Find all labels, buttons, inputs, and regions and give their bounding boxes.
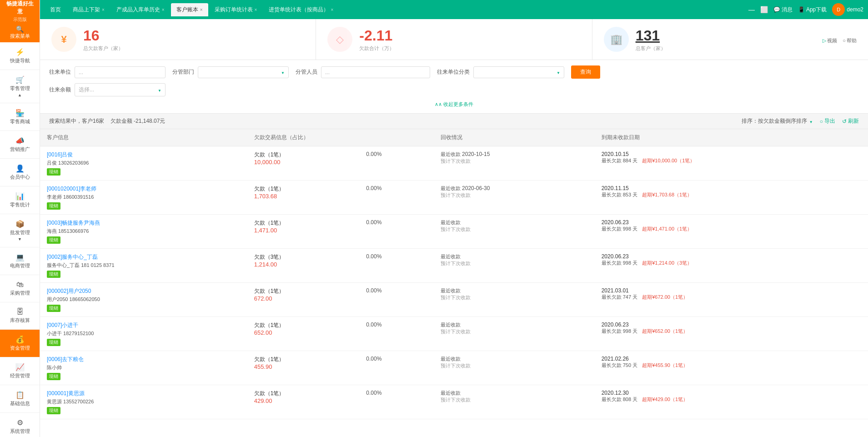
debt-amount[interactable]: 455.90 — [254, 363, 353, 370]
balance-select[interactable]: 选择... — [75, 83, 166, 96]
export-btn[interactable]: ○ 导出 — [820, 117, 835, 125]
overdue-amount-link[interactable]: 超期¥652.00（1笔） — [642, 328, 688, 334]
debt-customers-label: 总欠款客户（家） — [83, 45, 123, 52]
from-unit-input[interactable]: ... — [75, 66, 166, 78]
tab-close-production-history[interactable]: × — [162, 7, 165, 12]
next-payment: 预计下次收款 — [441, 397, 588, 403]
query-button[interactable]: 查询 — [571, 65, 600, 79]
customer-phone: 黄思源 13552700226 — [47, 398, 241, 405]
due-date: 2020.06.23 — [602, 219, 861, 226]
sidebar-item-search-menu[interactable]: 🔍 搜索菜单 — [0, 23, 40, 42]
overdue-amount-link[interactable]: 超期¥429.00（1笔） — [642, 397, 688, 402]
sidebar-item-retail-mall[interactable]: 🏪 零售商城 — [0, 103, 40, 131]
sidebar-item-member-center[interactable]: 👤 会员中心 — [0, 159, 40, 186]
overdue-amount-link[interactable]: 超期¥1,214.00（3笔） — [642, 260, 692, 266]
customer-name-link[interactable]: [0001020001]李老师 — [47, 186, 96, 192]
sidebar-item-marketing[interactable]: 📣 营销推广 — [0, 131, 40, 159]
sidebar-item-capital-mgmt[interactable]: 💰 资金管理 — [0, 330, 40, 357]
sidebar-item-business-mgmt[interactable]: 📈 经营管理 — [0, 357, 40, 385]
collapse-btn[interactable]: ∧∧ 收起更多条件 — [49, 101, 859, 108]
sidebar-item-retail-mgmt[interactable]: 🛒 零售管理 ▲ — [0, 70, 40, 103]
customer-name-link[interactable]: [0007]小进干 — [47, 322, 78, 328]
next-payment: 预计下次收款 — [441, 328, 588, 335]
sidebar-item-ecommerce[interactable]: 💻 电商管理 — [0, 247, 40, 275]
overdue-amount-link[interactable]: 超期¥672.00（1笔） — [642, 294, 688, 300]
debt-desc: 欠款（1笔） — [254, 287, 353, 295]
sort-chevron-icon[interactable] — [809, 118, 813, 125]
tab-purchase-order[interactable]: 采购订单统计表 × — [209, 3, 263, 16]
debt-percent: 0.00% — [366, 219, 381, 226]
video-icon: ▷ — [823, 38, 826, 44]
overdue-amount-link[interactable]: 超期¥455.90（1笔） — [642, 362, 688, 368]
debt-percent: 0.00% — [366, 151, 381, 157]
customer-name-link[interactable]: [000002]用户2050 — [47, 288, 91, 294]
overdue-amount-link[interactable]: 超期¥10,000.00（1笔） — [642, 158, 695, 163]
message-btn[interactable]: 💬 消息 — [773, 6, 793, 14]
debt-info-cell: 欠款（3笔） 1,214.00 — [247, 249, 360, 283]
sidebar-item-system-mgmt[interactable]: ⚙ 系统管理 — [0, 413, 40, 437]
app-download-btn[interactable]: 📱 App下载 — [798, 6, 827, 14]
debt-amount-icon: ◇ — [327, 27, 352, 52]
filter-balance: 往来余额 选择... — [49, 83, 166, 96]
debt-percent: 0.00% — [366, 390, 381, 396]
overdue-amount-link[interactable]: 超期¥1,471.00（1笔） — [642, 226, 692, 231]
recovery-cell: 最近收款 预计下次收款 — [434, 351, 595, 385]
video-help-btn[interactable]: ▷ 视频 — [823, 37, 837, 44]
debt-amount[interactable]: 652.00 — [254, 329, 353, 336]
unit-category-select[interactable] — [473, 66, 564, 78]
sidebar-item-purchase-mgmt[interactable]: 🛍 采购管理 — [0, 275, 40, 302]
recent-date: 2020-10-15 — [462, 151, 490, 157]
debt-amount[interactable]: 1,214.00 — [254, 261, 353, 268]
customer-phone: 李老师 18600391516 — [47, 194, 241, 201]
tab-close-stock-stats[interactable]: × — [331, 7, 333, 12]
tab-close-customer-account[interactable]: × — [200, 7, 203, 12]
total-customers-number: 131 — [636, 27, 666, 44]
debt-amount[interactable]: 672.00 — [254, 295, 353, 302]
unit-category-chevron-icon — [557, 69, 560, 75]
recovery-cell: 最近收款 预计下次收款 — [434, 215, 595, 249]
user-avatar[interactable]: D demo2 — [832, 3, 863, 16]
sidebar-item-inventory[interactable]: 🗄 库存核算 — [0, 302, 40, 330]
customer-name-link[interactable]: [0003]畅捷服务尹海燕 — [47, 220, 100, 226]
due-date-cell: 2020.06.23 最长欠款 998 天 超期¥652.00（1笔） — [595, 317, 868, 351]
overdue-amount-link[interactable]: 超期¥1,703.68（1笔） — [642, 192, 692, 197]
debt-percent-cell: 0.00% — [359, 146, 433, 181]
window-minimize-btn[interactable]: — — [748, 6, 755, 13]
debt-amount[interactable]: 429.00 — [254, 397, 353, 404]
customer-name-link[interactable]: [000001]黄思源 — [47, 390, 85, 397]
customer-phone: 陈小帅 — [47, 364, 241, 371]
manager-input[interactable]: ... — [321, 66, 430, 78]
table-row: [0006]去下粮仓 陈小帅 现销 欠款（1笔） 455.90 0.00% 最近… — [40, 351, 868, 385]
debt-amount-label: 欠款合计（万） — [359, 45, 394, 52]
customer-name-link[interactable]: [0002]服务中心_丁磊 — [47, 254, 98, 260]
sidebar-item-retail-stats[interactable]: 📊 零售统计 — [0, 186, 40, 214]
help-btn[interactable]: ○ 帮助 — [843, 37, 857, 44]
refresh-btn[interactable]: ↺ 刷新 — [842, 117, 859, 125]
debt-percent-cell: 0.00% — [359, 283, 433, 317]
customer-name-link[interactable]: [0006]去下粮仓 — [47, 356, 84, 362]
tab-home[interactable]: 首页 — [45, 3, 66, 16]
tab-product-offline[interactable]: 商品上下架 × — [67, 3, 110, 16]
recovery-cell: 最近收款 预计下次收款 — [434, 385, 595, 419]
debt-percent-cell: 0.00% — [359, 351, 433, 385]
debt-desc: 欠款（1笔） — [254, 356, 353, 363]
window-maximize-btn[interactable]: ⬜ — [760, 6, 768, 13]
debt-amount[interactable]: 1,703.68 — [254, 193, 353, 200]
tab-close-product-offline[interactable]: × — [102, 7, 105, 12]
debt-info-cell: 欠款（1笔） 652.00 — [247, 317, 360, 351]
department-select[interactable] — [198, 66, 289, 78]
customer-tag: 现销 — [47, 271, 60, 278]
tab-stock-stats[interactable]: 进货单统计表（按商品） × — [263, 3, 339, 16]
customer-name-link[interactable]: [0016]吕俊 — [47, 151, 73, 158]
tab-production-history[interactable]: 产成品入库单历史 × — [111, 3, 170, 16]
department-chevron-icon — [281, 69, 285, 75]
debt-percent: 0.00% — [366, 253, 381, 260]
overdue-info: 最长欠款 747 天 超期¥672.00（1笔） — [602, 294, 861, 301]
sidebar-item-wholesale-mgmt[interactable]: 📦 批发管理 ▼ — [0, 214, 40, 247]
sidebar-item-basic-info[interactable]: 📋 基础信息 — [0, 385, 40, 413]
debt-amount[interactable]: 1,471.00 — [254, 227, 353, 234]
tab-close-purchase-order[interactable]: × — [255, 7, 257, 12]
tab-customer-account[interactable]: 客户账本 × — [171, 3, 208, 16]
sidebar-item-quick-nav[interactable]: ⚡ 快捷导航 — [0, 42, 40, 70]
debt-amount[interactable]: 10,000.00 — [254, 159, 353, 166]
